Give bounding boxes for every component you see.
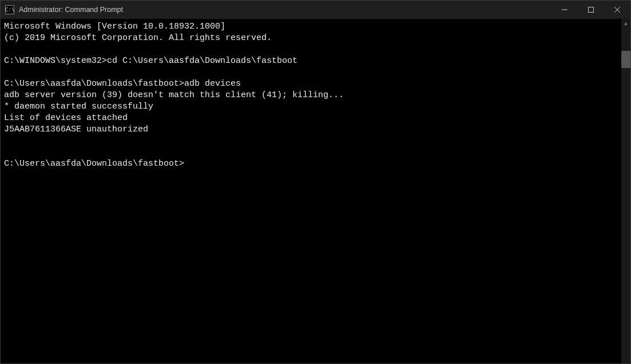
line: C:\Users\aasfda\Downloads\fastboot>adb d… [4, 79, 241, 89]
scroll-up-icon[interactable]: ▲ [621, 19, 630, 29]
line: C:\WINDOWS\system32>cd C:\Users\aasfda\D… [4, 56, 297, 66]
line: adb server version (39) doesn't match th… [4, 90, 344, 100]
close-button[interactable] [604, 1, 630, 19]
prompt: C:\Users\aasfda\Downloads\fastboot> [4, 159, 184, 169]
scroll-thumb[interactable] [621, 51, 630, 68]
maximize-button[interactable] [578, 1, 604, 19]
vertical-scrollbar[interactable]: ▲ [621, 19, 630, 363]
line: List of devices attached [4, 113, 128, 123]
line: * daemon started successfully [4, 102, 153, 111]
window-title: Administrator: Command Prompt [19, 6, 551, 14]
svg-rect-1 [589, 7, 594, 13]
titlebar[interactable]: C:\ Administrator: Command Prompt [1, 1, 630, 19]
command-prompt-window: C:\ Administrator: Command Prompt Micros… [0, 0, 631, 364]
cmd-icon: C:\ [5, 5, 14, 14]
window-controls [551, 1, 630, 19]
line: J5AAB7611366ASE unauthorized [4, 125, 148, 134]
line: (c) 2019 Microsoft Corporation. All righ… [4, 33, 272, 43]
line: Microsoft Windows [Version 10.0.18932.10… [4, 22, 225, 31]
minimize-button[interactable] [551, 1, 578, 19]
terminal-output[interactable]: Microsoft Windows [Version 10.0.18932.10… [1, 19, 621, 363]
content-area: Microsoft Windows [Version 10.0.18932.10… [1, 19, 630, 363]
